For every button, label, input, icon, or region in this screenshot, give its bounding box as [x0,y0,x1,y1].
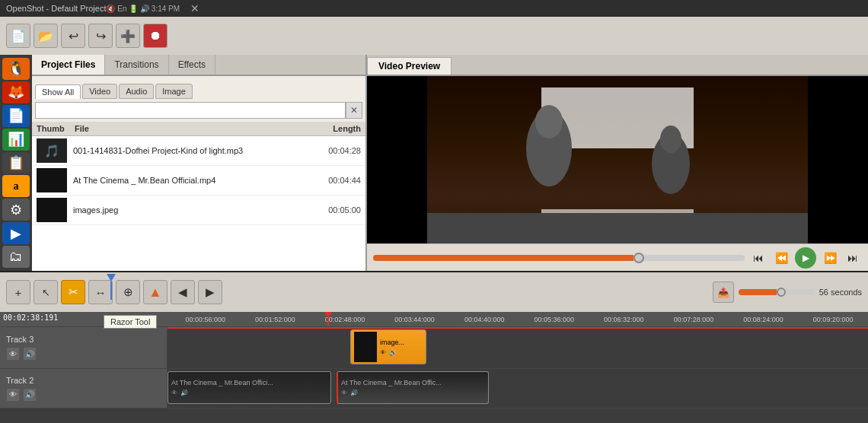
track-2-icons: 👁 🔊 [6,388,161,402]
clip-video2-block[interactable]: At The Cinema _ Mr.Bean Offic... 👁 🔊 [337,371,489,404]
file-row-0[interactable]: 🎵 001-1414831-Dofhei Project-Kind of lig… [32,136,365,166]
sidebar-icon-report[interactable]: 📋 [2,152,30,174]
clip-video2-icons: 👁 🔊 [341,390,485,396]
left-sidebar: 🐧 🦊 📄 📊 📋 a ⚙ ▶ 🗂 [0,55,32,271]
clip-video1-block[interactable]: At The Cinema _ Mr.Bean Offici... 👁 🔊 [168,371,331,404]
clip-video1-label: At The Cinema _ Mr.Bean Offici... [171,379,327,386]
tc-6: 00:06:32:000 [589,316,659,323]
tracks-area: Track 3 👁 🔊 image... 👁 🔊 [0,327,868,423]
magnet-button[interactable]: ⊕ [116,280,140,304]
col-header-length: Length [308,124,361,133]
sidebar-icon-media[interactable]: ▶ [2,222,30,244]
progress-thumb[interactable] [633,253,644,263]
track-row-2: Track 2 👁 🔊 At The Cinema _ Mr.Bean Offi… [0,369,868,409]
titlebar-system-icons: 🔇 En 🔋 🔊 3:14 PM ✕ [106,2,199,14]
zoom-slider[interactable] [739,289,815,295]
tc-8: 00:08:24:000 [729,316,799,323]
track-2-content[interactable]: At The Cinema _ Mr.Bean Offici... 👁 🔊 At… [168,369,868,408]
video-frame [427,76,808,243]
prev-marker-button[interactable]: ◀ [171,280,195,304]
sidebar-icon-ubuntu[interactable]: 🐧 [2,58,30,80]
titlebar-close-icon[interactable]: ✕ [190,2,199,14]
search-clear-button[interactable]: ✕ [346,102,362,119]
undo-button[interactable]: ↩ [61,24,85,48]
track-3-name: Track 3 [6,335,161,344]
file-length-2: 00:05:00 [315,205,361,215]
sidebar-icon-files2[interactable]: 🗂 [2,246,30,268]
timeline-toolbar: + ↖ ✂ ↔ ⊕ ▲ ◀ ▶ Razor Tool 📤 56 seconds [0,272,868,312]
progress-slider[interactable] [373,255,745,261]
play-button[interactable]: ▶ [795,247,816,269]
sidebar-icon-files[interactable]: 📄 [2,105,30,127]
add-button[interactable]: ➕ [116,24,140,48]
content-area: 🐧 🦊 📄 📊 📋 a ⚙ ▶ 🗂 Project Files Transiti… [0,55,868,271]
subtab-image[interactable]: Image [155,84,193,99]
col-header-thumb: Thumb [37,124,75,133]
clip-v2-audio: 🔊 [350,390,358,396]
video-tab-bar: Video Preview [367,55,868,76]
svg-rect-4 [427,213,808,243]
track-2-name: Track 2 [6,376,161,385]
main-toolbar: 📄 📂 ↩ ↪ ➕ ⏺ [0,17,868,55]
svg-point-3 [660,126,681,153]
track-2-eye-button[interactable]: 👁 [6,388,20,402]
skip-start-button[interactable]: ⏮ [749,249,767,267]
tab-effects[interactable]: Effects [169,55,215,75]
clip-image-icons: 👁 🔊 [380,349,423,356]
new-button[interactable]: 📄 [6,24,30,48]
search-input[interactable] [35,102,346,119]
marker-button[interactable]: ▲ [143,280,168,304]
tab-project-files[interactable]: Project Files [32,55,105,75]
tc-3: 00:03:44:000 [380,316,450,323]
timeline-section: + ↖ ✂ ↔ ⊕ ▲ ◀ ▶ Razor Tool 📤 56 seconds … [0,271,868,423]
file-length-1: 00:04:44 [315,176,361,185]
clip-image-block[interactable]: image... 👁 🔊 [350,329,426,364]
razor-tool-button[interactable]: ✂ [61,280,85,304]
tab-video-preview[interactable]: Video Preview [367,57,452,75]
cursor-arrow [107,274,116,281]
clip-v1-audio: 🔊 [180,390,188,396]
tc-4: 00:04:40:000 [449,316,519,323]
tc-5: 00:05:36:000 [519,316,589,323]
rewind-button[interactable]: ⏪ [772,249,790,267]
video-figures [427,76,808,243]
sidebar-icon-firefox[interactable]: 🦊 [2,81,30,103]
forward-button[interactable]: ⏩ [821,249,839,267]
next-marker-button[interactable]: ▶ [198,280,222,304]
video-controls-bar: ⏮ ⏪ ▶ ⏩ ⏭ [367,243,868,271]
track-3-eye-button[interactable]: 👁 [6,347,20,361]
open-button[interactable]: 📂 [34,24,58,48]
track-3-label: Track 3 👁 🔊 [0,327,168,368]
clip-image-info: image... 👁 🔊 [380,339,423,356]
track-row-3: Track 3 👁 🔊 image... 👁 🔊 [0,327,868,369]
tc-9: 00:09:20:000 [798,316,868,323]
video-preview-area [367,76,868,243]
sidebar-icon-calc[interactable]: 📊 [2,129,30,151]
zoom-thumb[interactable] [777,288,786,297]
sidebar-icon-settings[interactable]: ⚙ [2,199,30,221]
export-button[interactable]: 📤 [713,281,734,303]
red-highlight-line [168,327,868,329]
track-2-audio-button[interactable]: 🔊 [23,388,37,402]
svg-point-1 [535,105,563,138]
subtab-audio[interactable]: Audio [119,84,154,99]
track-3-audio-button[interactable]: 🔊 [23,347,37,361]
sub-tabs-bar: Show All Video Audio Image [32,76,365,99]
project-panel: Project Files Transitions Effects Show A… [32,55,367,271]
video-content [427,76,808,243]
redo-button[interactable]: ↪ [88,24,113,48]
skip-end-button[interactable]: ⏭ [844,249,862,267]
tab-transitions[interactable]: Transitions [105,55,168,75]
clip-video2-label: At The Cinema _ Mr.Bean Offic... [341,379,485,386]
col-header-file: File [75,124,308,133]
clip-v2-eye: 👁 [341,390,347,396]
record-button[interactable]: ⏺ [143,24,168,48]
subtab-video[interactable]: Video [82,84,117,99]
file-row-1[interactable]: At The Cinema _ Mr.Bean Official.mp4 00:… [32,166,365,196]
file-row-2[interactable]: images.jpeg 00:05:00 [32,196,365,225]
add-track-button[interactable]: + [6,280,30,304]
select-tool-button[interactable]: ↖ [34,280,58,304]
subtab-show-all[interactable]: Show All [35,84,81,99]
track-3-content[interactable]: image... 👁 🔊 [168,327,868,368]
sidebar-icon-amazon[interactable]: a [2,175,30,197]
